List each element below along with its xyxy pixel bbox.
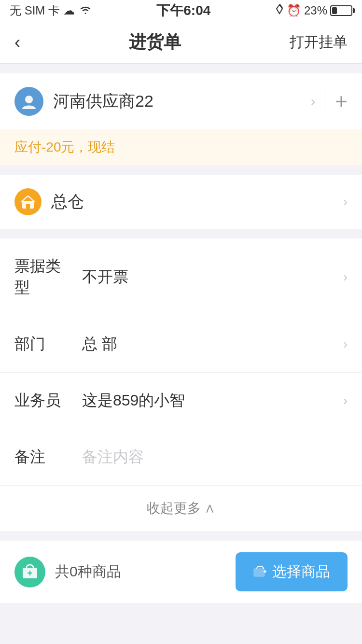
status-time: 下午6:04: [156, 1, 210, 20]
remark-row[interactable]: 备注 备注内容: [0, 429, 362, 485]
collapse-label: 收起更多 ∧: [147, 499, 216, 518]
warehouse-icon-wrap: [14, 188, 42, 215]
cart-icon: [253, 565, 267, 579]
salesperson-row[interactable]: 业务员 这是859的小智 ›: [0, 372, 362, 429]
warehouse-chevron-icon: ›: [343, 194, 348, 210]
back-button[interactable]: ‹: [14, 32, 20, 53]
section-gap-1: [0, 64, 362, 73]
invoice-type-value: 不开票: [82, 266, 343, 288]
supplier-section: 河南供应商22 › + 应付-20元，现结: [0, 73, 362, 165]
status-left: 无 SIM 卡 ☁: [10, 3, 92, 18]
supplier-row[interactable]: 河南供应商22 › +: [0, 73, 362, 129]
location-icon: [275, 4, 284, 17]
supplier-chevron-icon: ›: [311, 94, 315, 109]
status-right: ⏰ 23%: [275, 4, 352, 17]
invoice-type-label: 票据类型: [14, 256, 72, 298]
battery-icon: [330, 5, 352, 16]
salesperson-value: 这是859的小智: [82, 390, 343, 411]
department-value: 总 部: [82, 334, 343, 355]
vertical-divider: [325, 87, 325, 116]
department-label: 部门: [14, 334, 72, 355]
select-goods-label: 选择商品: [272, 562, 330, 582]
wifi-icon: [79, 4, 92, 17]
open-pending-button[interactable]: 打开挂单: [290, 32, 348, 52]
remark-label: 备注: [14, 447, 72, 468]
section-gap-3: [0, 229, 362, 238]
notice-text: 应付-20元，现结: [14, 140, 115, 154]
department-row[interactable]: 部门 总 部 ›: [0, 316, 362, 372]
svg-rect-3: [26, 204, 30, 209]
supplier-avatar: [14, 87, 43, 116]
bottom-section: 共0种商品 选择商品: [0, 541, 362, 603]
invoice-type-chevron-icon: ›: [343, 269, 348, 285]
select-goods-button[interactable]: 选择商品: [236, 552, 348, 591]
form-section: 票据类型 不开票 › 部门 总 部 › 业务员 这是859的小智 › 备注 备注…: [0, 238, 362, 531]
status-bar: 无 SIM 卡 ☁ 下午6:04 ⏰ 23%: [0, 0, 362, 21]
svg-rect-7: [254, 569, 265, 576]
warehouse-name: 总仓: [51, 191, 343, 213]
alarm-icon: ⏰: [287, 4, 301, 17]
salesperson-label: 业务员: [14, 390, 72, 411]
page-footer: [0, 603, 362, 644]
page-title: 进货单: [129, 30, 181, 54]
supplier-name: 河南供应商22: [53, 90, 311, 112]
warehouse-row[interactable]: 总仓 ›: [0, 175, 362, 229]
sim-text: 无 SIM 卡 ☁: [10, 3, 75, 18]
goods-icon-wrap: [14, 557, 45, 588]
salesperson-chevron-icon: ›: [343, 393, 348, 408]
add-button[interactable]: +: [335, 91, 348, 112]
section-gap-2: [0, 165, 362, 175]
warehouse-section: 总仓 ›: [0, 175, 362, 229]
department-chevron-icon: ›: [343, 336, 348, 352]
battery-text: 23%: [304, 4, 327, 17]
goods-count-text: 共0种商品: [55, 562, 236, 582]
invoice-type-row[interactable]: 票据类型 不开票 ›: [0, 238, 362, 316]
notice-bar: 应付-20元，现结: [0, 129, 362, 165]
collapse-bar[interactable]: 收起更多 ∧: [0, 485, 362, 531]
remark-value: 备注内容: [82, 447, 348, 468]
nav-bar: ‹ 进货单 打开挂单: [0, 21, 362, 64]
svg-point-1: [25, 96, 33, 103]
